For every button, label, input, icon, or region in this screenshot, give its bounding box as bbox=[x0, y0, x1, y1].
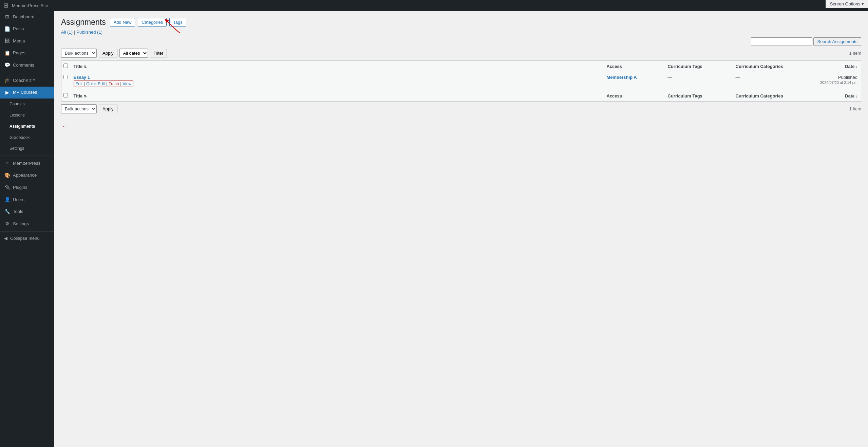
curriculum-tags-value: — bbox=[668, 75, 672, 80]
menu-divider-2 bbox=[0, 156, 54, 156]
sidebar-item-label-pages: Pages bbox=[13, 50, 25, 56]
collapse-icon: ◀ bbox=[4, 236, 7, 241]
sidebar-item-assignments[interactable]: Assignments ← bbox=[0, 121, 54, 132]
row-checkbox-cell bbox=[61, 72, 70, 90]
row-curriculum-tags-cell: — bbox=[664, 72, 732, 90]
date-sort-label[interactable]: Date ↓ bbox=[845, 64, 857, 69]
header-date-col[interactable]: Date ↓ bbox=[800, 61, 861, 72]
filter-all-count: (1) bbox=[67, 30, 73, 35]
sidebar-item-dashboard[interactable]: ⊞ Dashboard bbox=[0, 11, 54, 23]
curriculum-categories-value: — bbox=[736, 75, 740, 80]
mp-courses-icon: ▶ bbox=[4, 89, 10, 96]
sidebar-item-label-plugins: Plugins bbox=[13, 184, 27, 191]
media-icon: 🖼 bbox=[4, 38, 10, 44]
header-checkbox-col bbox=[61, 61, 70, 72]
sidebar-item-tools[interactable]: 🔧 Tools bbox=[0, 206, 54, 218]
select-all-checkbox-top[interactable] bbox=[63, 64, 68, 68]
row-date-cell: Published 2024/07/20 at 2:14 pm bbox=[800, 72, 861, 90]
sidebar-item-media[interactable]: 🖼 Media bbox=[0, 35, 54, 47]
tablenav-top-count: 1 item bbox=[849, 51, 861, 56]
add-new-button[interactable]: Add New bbox=[110, 18, 135, 26]
header-access-col: Access bbox=[603, 61, 664, 72]
row-trash-link[interactable]: Trash bbox=[109, 82, 119, 86]
footer-checkbox-col bbox=[61, 90, 70, 102]
title-sort-label[interactable]: Title ⇅ bbox=[74, 64, 87, 69]
sidebar-item-settings[interactable]: ⚙ Settings bbox=[0, 218, 54, 230]
sidebar-item-posts[interactable]: 📄 Posts bbox=[0, 23, 54, 35]
date-sort-indicator: ↓ bbox=[856, 65, 857, 69]
header-curriculum-tags-col: Curriculum Tags bbox=[664, 61, 732, 72]
footer-title-label[interactable]: Title ⇅ bbox=[74, 93, 87, 99]
row-select-checkbox[interactable] bbox=[63, 75, 68, 79]
sidebar-item-courses[interactable]: Courses bbox=[0, 99, 54, 110]
sidebar-item-label-settings-courses: Settings bbox=[10, 146, 24, 151]
menu-divider-1 bbox=[0, 73, 54, 73]
bulk-actions-top-select[interactable]: Bulk actions bbox=[61, 49, 97, 58]
row-title-cell: Essay 1 Edit | Quick Edit | Trash | View bbox=[70, 72, 603, 90]
row-actions-highlighted-box: Edit | Quick Edit | Trash | View bbox=[74, 81, 134, 87]
sidebar-item-settings-courses[interactable]: Settings bbox=[0, 143, 54, 154]
select-all-checkbox-bottom[interactable] bbox=[63, 93, 68, 97]
search-input[interactable] bbox=[751, 37, 812, 46]
sidebar-item-label-memberpress: MemberPress bbox=[13, 160, 40, 166]
tablenav-bottom-count: 1 item bbox=[849, 106, 861, 111]
tags-button[interactable]: Tags bbox=[169, 18, 186, 26]
filter-all-link[interactable]: All (1) bbox=[61, 30, 73, 35]
sidebar-item-gradebook[interactable]: Gradebook bbox=[0, 132, 54, 143]
search-assignments-button[interactable]: Search Assignments bbox=[813, 37, 861, 46]
row-access-link[interactable]: Membership A bbox=[607, 75, 637, 80]
table-footer-row: Title ⇅ Access Curriculum Tags Curriculu… bbox=[61, 90, 861, 102]
sidebar-item-appearance[interactable]: 🎨 Appearance bbox=[0, 169, 54, 182]
sidebar-item-label-mp-courses: MP Courses bbox=[13, 89, 37, 95]
filter-button[interactable]: Filter bbox=[150, 49, 167, 57]
header-title-col[interactable]: Title ⇅ bbox=[70, 61, 603, 72]
row-view-link[interactable]: View bbox=[122, 82, 131, 86]
wp-logo-icon: ⊞ bbox=[3, 2, 8, 9]
footer-date-sort: ↓ bbox=[856, 94, 857, 98]
sidebar-item-mp-courses[interactable]: ▶ MP Courses bbox=[0, 87, 54, 99]
categories-button[interactable]: Categories bbox=[138, 18, 167, 26]
footer-tags-col-label: Curriculum Tags bbox=[668, 93, 702, 99]
top-item-count: 1 item bbox=[849, 51, 861, 56]
sidebar-item-label-dashboard: Dashboard bbox=[13, 14, 35, 20]
filter-published-count: (1) bbox=[97, 30, 102, 35]
footer-date-col-label: Date bbox=[845, 93, 854, 99]
sidebar-item-lessons[interactable]: Lessons bbox=[0, 110, 54, 121]
search-wrap: Search Assignments bbox=[61, 37, 861, 46]
footer-title-sort: ⇅ bbox=[84, 94, 87, 98]
sidebar-item-label-appearance: Appearance bbox=[13, 172, 37, 178]
sidebar-item-collapse[interactable]: ◀ Collapse menu bbox=[0, 233, 54, 244]
filter-published-link[interactable]: Published (1) bbox=[76, 30, 102, 35]
row-edit-link[interactable]: Edit bbox=[76, 82, 83, 86]
bulk-actions-bottom-select[interactable]: Bulk actions bbox=[61, 104, 97, 113]
sidebar-item-comments[interactable]: 💬 Comments bbox=[0, 59, 54, 71]
sidebar-item-label-courses: Courses bbox=[10, 101, 25, 107]
tablenav-top: Bulk actions Apply All dates Filter 1 it… bbox=[61, 49, 861, 58]
row-quick-edit-link[interactable]: Quick Edit bbox=[86, 82, 105, 86]
apply-top-button[interactable]: Apply bbox=[99, 49, 117, 57]
title-sort-indicator: ⇅ bbox=[84, 65, 87, 69]
footer-categories-col-label: Curriculum Categories bbox=[736, 93, 783, 99]
screen-options-button[interactable]: Screen Options ▾ bbox=[826, 0, 868, 8]
settings-icon: ⚙ bbox=[4, 220, 10, 227]
page-title: Assignments bbox=[61, 18, 106, 27]
sidebar-item-memberpress[interactable]: ≡ MemberPress bbox=[0, 157, 54, 169]
sidebar-item-label-media: Media bbox=[13, 38, 25, 44]
sidebar-item-plugins[interactable]: 🔌 Plugins bbox=[0, 181, 54, 194]
table-header-row: Title ⇅ Access Curriculum Tags Curriculu… bbox=[61, 61, 861, 72]
sidebar-item-label-tools: Tools bbox=[13, 209, 23, 215]
footer-title-col[interactable]: Title ⇅ bbox=[70, 90, 603, 102]
table-body: Essay 1 Edit | Quick Edit | Trash | View bbox=[61, 72, 861, 90]
table-row: Essay 1 Edit | Quick Edit | Trash | View bbox=[61, 72, 861, 90]
sidebar-item-coachkit[interactable]: 🎓 CoachKit™ bbox=[0, 74, 54, 87]
footer-date-col[interactable]: Date ↓ bbox=[800, 90, 861, 102]
coachkit-icon: 🎓 bbox=[4, 77, 10, 84]
main-content: Assignments Add New Categories Tags All … bbox=[54, 11, 868, 447]
row-title-link[interactable]: Essay 1 bbox=[74, 75, 90, 80]
site-name: MemberPress Site bbox=[12, 3, 48, 8]
sidebar-item-users[interactable]: 👤 Users bbox=[0, 194, 54, 206]
table-foot: Title ⇅ Access Curriculum Tags Curriculu… bbox=[61, 90, 861, 102]
date-filter-select[interactable]: All dates bbox=[119, 49, 148, 58]
apply-bottom-button[interactable]: Apply bbox=[99, 105, 117, 113]
sidebar-item-pages[interactable]: 📋 Pages bbox=[0, 47, 54, 59]
